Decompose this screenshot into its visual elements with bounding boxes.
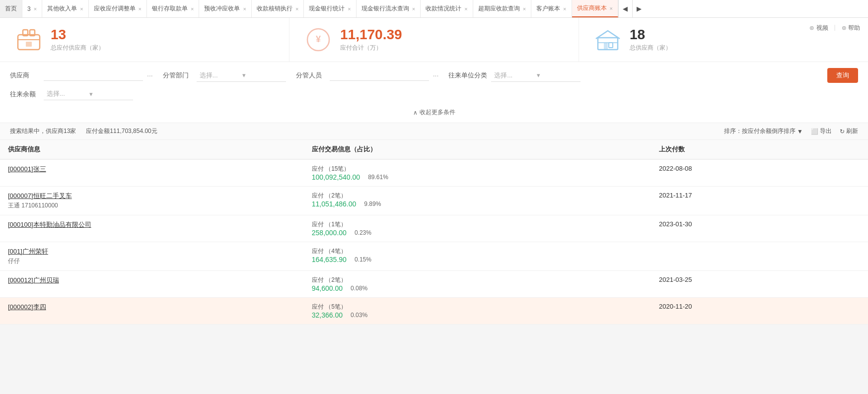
supplier-link[interactable]: [000012]广州贝瑞 [8, 276, 59, 284]
col-transaction-info: 应付交易信息（占比） [304, 140, 651, 159]
nav-tab-bank-close[interactable]: × [191, 6, 194, 12]
nav-tab-cash-flow-close[interactable]: × [412, 6, 415, 12]
summary-actions: ⊙ 视频 | ⊙ 帮助 [809, 24, 860, 32]
balance-select[interactable]: 选择... ▾ [44, 88, 133, 100]
supplier-link[interactable]: [001]广州荣轩 [8, 248, 48, 255]
result-info: 搜索结果中，供应商13家 应付金额111,703,854.00元 [10, 127, 157, 135]
nav-tab-supplier-ledger[interactable]: 供应商账本 × [572, 0, 618, 17]
table-row: [000001]张三应付 （15笔）100,092,540.0089.61%20… [0, 159, 868, 187]
nav-left-arrow[interactable]: ◀ [618, 0, 632, 17]
supplier-link[interactable]: [000100]本特勤油品有限公司 [8, 221, 91, 228]
export-button[interactable]: ⬜ 导出 [811, 127, 832, 135]
nav-tab-cash-stat-close[interactable]: × [348, 6, 351, 12]
help-link[interactable]: ⊙ 帮助 [842, 24, 860, 32]
nav-tab-prepay[interactable]: 预收冲应收单 × [199, 0, 251, 17]
payable-amount-value: 94,600.00 [312, 284, 343, 292]
nav-tab-receipt-stat-close[interactable]: × [464, 6, 467, 12]
result-prefix: 搜索结果中，供应商13家 [10, 127, 76, 135]
pay-label: 应付 （2笔） [312, 192, 643, 200]
nav-tab-other-income-label: 其他收入单 [47, 4, 77, 13]
nav-tab-adjustment-close[interactable]: × [139, 6, 142, 12]
nav-tab-cash-stat[interactable]: 现金银行统计 × [304, 0, 356, 17]
summary-total-text: 18 总供应商（家） [630, 28, 671, 52]
nav-tab-3-close[interactable]: × [34, 6, 37, 12]
unit-class-filter-label: 往来单位分类 [448, 71, 487, 80]
supplier-dots-icon[interactable]: ··· [147, 71, 153, 79]
nav-tab-adjustment[interactable]: 应收应付调整单 × [89, 0, 147, 17]
nav-tab-supplier-ledger-close[interactable]: × [610, 5, 613, 11]
amount-percentage: 9.89% [364, 200, 381, 207]
result-actions: 排序：按应付余额倒序排序 ▼ ⬜ 导出 ↻ 刷新 [724, 127, 858, 135]
summary-card-payable-suppliers: 13 总应付供应商（家） [0, 18, 289, 62]
total-suppliers-num: 18 [630, 28, 671, 42]
nav-tab-prepay-close[interactable]: × [243, 6, 246, 12]
pay-label: 应付 （2笔） [312, 276, 643, 284]
nav-tab-home[interactable]: 首页 [0, 0, 22, 17]
payable-amount-num: 11,170.39 [340, 28, 402, 42]
summary-amount-text: 11,170.39 应付合计（万） [340, 28, 402, 52]
transaction-info-cell: 应付 （5笔）32,366.000.03% [304, 298, 651, 325]
pay-label: 应付 （4笔） [312, 247, 643, 256]
department-placeholder: 选择... [200, 71, 240, 80]
supplier-sub-info: 仔仔 [8, 257, 296, 265]
supplier-link[interactable]: [000007]恒旺二手叉车 [8, 192, 72, 199]
query-button[interactable]: 查询 [827, 68, 858, 83]
transaction-info-cell: 应付 （15笔）100,092,540.0089.61% [304, 159, 651, 187]
svg-rect-8 [604, 43, 608, 50]
nav-tab-bank-label: 银行存取款单 [152, 4, 188, 13]
nav-tab-home-label: 首页 [5, 4, 17, 13]
nav-right-arrow[interactable]: ▶ [632, 0, 646, 17]
pay-label: 应付 （15笔） [312, 165, 643, 173]
transaction-info-cell: 应付 （2笔）11,051,486.009.89% [304, 187, 651, 215]
last-payment-cell: 2023-01-30 [651, 215, 868, 242]
nav-tab-customer-ledger-close[interactable]: × [563, 6, 566, 12]
nav-tab-overdue-close[interactable]: × [523, 6, 526, 12]
payable-amount-value: 164,635.90 [312, 256, 347, 263]
nav-tab-overdue[interactable]: 超期应收款查询 × [473, 0, 531, 17]
collapse-button[interactable]: ∧ 收起更多条件 [10, 105, 858, 117]
transaction-info-cell: 应付 （1笔）258,000.000.23% [304, 215, 651, 242]
filter-row-2: 往来余额 选择... ▾ [10, 88, 858, 100]
person-input[interactable] [330, 70, 429, 81]
nav-tab-receipt-close[interactable]: × [295, 6, 298, 12]
unit-class-select[interactable]: 选择... ▾ [491, 69, 580, 82]
data-table-wrap: 供应商信息 应付交易信息（占比） 上次付数 [000001]张三应付 （15笔）… [0, 140, 868, 325]
payable-amount-value: 258,000.00 [312, 229, 347, 237]
pay-label: 应付 （1笔） [312, 220, 643, 229]
nav-tab-customer-ledger[interactable]: 客户账本 × [531, 0, 572, 17]
person-dots-icon[interactable]: ··· [433, 71, 439, 79]
nav-tab-other-income-close[interactable]: × [80, 6, 83, 12]
total-suppliers-label: 总供应商（家） [630, 44, 671, 52]
nav-tab-cash-flow[interactable]: 现金银行流水查询 × [357, 0, 421, 17]
nav-tab-3[interactable]: 3 × [22, 0, 42, 17]
svg-text:¥: ¥ [316, 34, 321, 44]
table-row: [000002]李四应付 （5笔）32,366.000.03%2020-11-2… [0, 298, 868, 325]
nav-tab-receipt-stat-label: 收款情况统计 [426, 4, 461, 13]
payable-amount-value: 100,092,540.00 [312, 173, 360, 181]
supplier-filter-label: 供应商 [10, 71, 40, 80]
supplier-link[interactable]: [000002]李四 [8, 303, 46, 311]
nav-tab-bank[interactable]: 银行存取款单 × [147, 0, 199, 17]
payable-suppliers-num: 13 [51, 28, 104, 42]
nav-tab-receipt-stat[interactable]: 收款情况统计 × [421, 0, 473, 17]
amount-percentage: 0.23% [355, 229, 371, 236]
nav-tab-other-income[interactable]: 其他收入单 × [42, 0, 88, 17]
nav-tab-cash-stat-label: 现金银行统计 [309, 4, 345, 13]
export-icon: ⬜ [811, 128, 818, 135]
nav-tab-prepay-label: 预收冲应收单 [204, 4, 240, 13]
video-link[interactable]: ⊙ 视频 [809, 24, 828, 32]
nav-tab-receipt[interactable]: 收款核销执行 × [252, 0, 304, 17]
supplier-link[interactable]: [000001]张三 [8, 165, 46, 173]
svg-rect-9 [609, 43, 613, 48]
supplier-info-cell: [000001]张三 [0, 159, 304, 187]
sort-control[interactable]: 排序：按应付余额倒序排序 ▼ [724, 127, 803, 135]
department-select[interactable]: 选择... ▾ [197, 69, 286, 82]
supplier-info-cell: [001]广州荣轩仔仔 [0, 242, 304, 271]
nav-tab-supplier-ledger-label: 供应商账本 [577, 4, 607, 12]
refresh-button[interactable]: ↻ 刷新 [840, 127, 858, 135]
supplier-input[interactable] [44, 70, 143, 81]
svg-rect-4 [26, 42, 32, 47]
export-label: 导出 [820, 127, 832, 135]
balance-placeholder: 选择... [47, 89, 87, 98]
person-filter: 分管人员 ··· [296, 70, 439, 81]
